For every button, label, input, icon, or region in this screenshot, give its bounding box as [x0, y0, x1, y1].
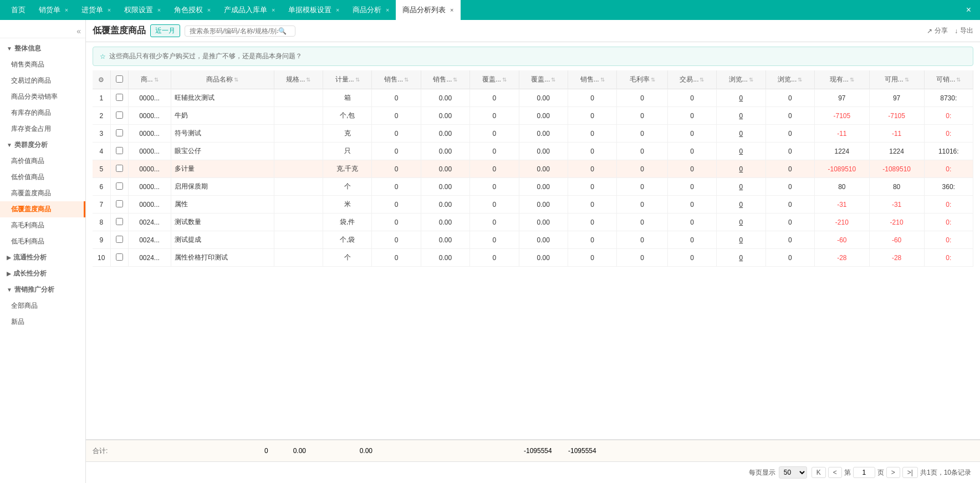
- row-select-checkbox[interactable]: [116, 165, 123, 172]
- sidebar-item-high-profit[interactable]: 高毛利商品: [0, 217, 85, 233]
- row-select-checkbox[interactable]: [116, 129, 123, 136]
- export-button[interactable]: ↓ 导出: [955, 26, 973, 35]
- row-checkbox[interactable]: [110, 178, 128, 196]
- nav-product-entry[interactable]: 产成品入库单 ×: [217, 0, 282, 20]
- col-browse2[interactable]: 浏览... ⇅: [765, 70, 814, 89]
- date-filter-badge[interactable]: 近一月: [150, 24, 180, 37]
- sidebar-section-overall[interactable]: ▼ 整体信息: [0, 40, 85, 57]
- last-page-button[interactable]: >|: [902, 467, 918, 478]
- nav-close-template[interactable]: ×: [336, 7, 339, 13]
- row-select-checkbox[interactable]: [116, 236, 123, 243]
- nav-close-sales[interactable]: ×: [65, 7, 68, 13]
- sidebar-item-all-goods[interactable]: 全部商品: [0, 298, 85, 314]
- sidebar-item-high-coverage[interactable]: 高覆盖度商品: [0, 185, 85, 201]
- col-unit[interactable]: 计量... ⇅: [323, 70, 371, 89]
- select-all-checkbox[interactable]: [116, 75, 123, 83]
- nav-close-product-analysis-list[interactable]: ×: [450, 7, 453, 13]
- col-browse1[interactable]: 浏览... ⇅: [717, 70, 765, 89]
- row-browse1[interactable]: 0: [717, 196, 765, 213]
- row-gross-rate: 0: [617, 143, 667, 160]
- nav-close-permissions[interactable]: ×: [157, 7, 161, 13]
- col-sellable[interactable]: 可销... ⇅: [924, 70, 973, 89]
- nav-product-analysis[interactable]: 商品分析 ×: [346, 0, 396, 20]
- share-button[interactable]: ↗ 分享: [927, 26, 948, 35]
- row-checkbox[interactable]: [110, 231, 128, 249]
- row-browse2: 0: [765, 125, 814, 143]
- col-sales2[interactable]: 销售... ⇅: [421, 70, 469, 89]
- page-number-input[interactable]: [853, 467, 875, 478]
- row-checkbox[interactable]: [110, 213, 128, 231]
- sidebar-item-in-stock-goods[interactable]: 有库存的商品: [0, 105, 85, 121]
- row-checkbox[interactable]: [110, 107, 128, 125]
- nav-close-roles[interactable]: ×: [207, 7, 211, 13]
- col-sales1[interactable]: 销售... ⇅: [372, 70, 421, 89]
- sidebar-section-marketing[interactable]: ▼ 营销推广分析: [0, 282, 85, 298]
- sidebar-item-stock-capital[interactable]: 库存资金占用: [0, 121, 85, 137]
- row-checkbox[interactable]: [110, 143, 128, 160]
- col-name[interactable]: 商品名称 ⇅: [171, 70, 274, 89]
- col-available[interactable]: 可用... ⇅: [869, 70, 924, 89]
- nav-purchase[interactable]: 进货单 ×: [75, 0, 118, 20]
- nav-sales[interactable]: 销货单 ×: [32, 0, 75, 20]
- sidebar-item-category-rate[interactable]: 商品分类动销率: [0, 89, 85, 105]
- row-browse1[interactable]: 0: [717, 107, 765, 125]
- row-select-checkbox[interactable]: [116, 253, 123, 261]
- col-code[interactable]: 商... ⇅: [128, 70, 171, 89]
- row-select-checkbox[interactable]: [116, 94, 123, 101]
- nav-close-purchase[interactable]: ×: [108, 7, 111, 13]
- col-coverage1[interactable]: 覆盖... ⇅: [470, 70, 519, 89]
- sidebar-collapse-button[interactable]: «: [0, 24, 85, 38]
- row-select-checkbox[interactable]: [116, 200, 123, 207]
- row-select-checkbox[interactable]: [116, 218, 123, 225]
- per-page-select[interactable]: 50 20 100: [779, 466, 807, 479]
- row-select-checkbox[interactable]: [116, 147, 123, 154]
- col-settings[interactable]: ⚙: [93, 70, 110, 89]
- sidebar-item-low-profit[interactable]: 低毛利商品: [0, 233, 85, 250]
- sidebar-item-low-coverage[interactable]: 低覆盖度商品: [0, 201, 85, 217]
- row-checkbox[interactable]: [110, 125, 128, 143]
- nav-permissions[interactable]: 权限设置 ×: [118, 0, 167, 20]
- row-browse1[interactable]: 0: [717, 249, 765, 267]
- col-gross-rate[interactable]: 毛利率 ⇅: [617, 70, 667, 89]
- row-gross-rate: 0: [617, 89, 667, 107]
- sidebar-item-sales-goods[interactable]: 销售类商品: [0, 57, 85, 73]
- row-checkbox[interactable]: [110, 160, 128, 178]
- first-page-button[interactable]: K: [811, 467, 826, 478]
- row-checkbox[interactable]: [110, 89, 128, 107]
- sidebar-item-high-value[interactable]: 高价值商品: [0, 153, 85, 169]
- col-transaction[interactable]: 交易... ⇅: [667, 70, 716, 89]
- col-sales3[interactable]: 销售... ⇅: [568, 70, 616, 89]
- row-browse1[interactable]: 0: [717, 160, 765, 178]
- sidebar-section-group[interactable]: ▼ 类群度分析: [0, 137, 85, 153]
- col-coverage2[interactable]: 覆盖... ⇅: [519, 70, 568, 89]
- nav-product-analysis-list[interactable]: 商品分析列表 ×: [396, 0, 460, 20]
- nav-close-product-entry[interactable]: ×: [272, 7, 275, 13]
- search-icon[interactable]: 🔍: [278, 27, 287, 35]
- sidebar-item-low-value[interactable]: 低价值商品: [0, 169, 85, 185]
- row-select-checkbox[interactable]: [116, 182, 123, 190]
- prev-page-button[interactable]: <: [828, 467, 842, 478]
- next-page-button[interactable]: >: [886, 467, 900, 478]
- nav-close-product-analysis[interactable]: ×: [386, 7, 389, 13]
- sidebar-item-traded-goods[interactable]: 交易过的商品: [0, 73, 85, 89]
- row-browse1[interactable]: 0: [717, 89, 765, 107]
- row-browse1[interactable]: 0: [717, 143, 765, 160]
- sidebar-section-growth[interactable]: ▶ 成长性分析: [0, 266, 85, 282]
- window-close-button[interactable]: ×: [962, 5, 976, 15]
- nav-roles[interactable]: 角色授权 ×: [167, 0, 217, 20]
- row-browse1[interactable]: 0: [717, 178, 765, 196]
- col-current[interactable]: 现有... ⇅: [814, 70, 869, 89]
- nav-template[interactable]: 单据模板设置 ×: [282, 0, 346, 20]
- row-checkbox[interactable]: [110, 196, 128, 213]
- row-select-checkbox[interactable]: [116, 111, 123, 119]
- sidebar-section-circulation[interactable]: ▶ 流通性分析: [0, 250, 85, 266]
- row-browse1[interactable]: 0: [717, 231, 765, 249]
- row-checkbox[interactable]: [110, 249, 128, 267]
- row-browse1[interactable]: 0: [717, 213, 765, 231]
- row-coverage1: 0: [470, 178, 519, 196]
- nav-home[interactable]: 首页: [4, 0, 32, 20]
- sidebar-item-new-products[interactable]: 新品: [0, 314, 85, 330]
- col-spec[interactable]: 规格... ⇅: [274, 70, 323, 89]
- search-input[interactable]: [190, 27, 278, 35]
- row-browse1[interactable]: 0: [717, 125, 765, 143]
